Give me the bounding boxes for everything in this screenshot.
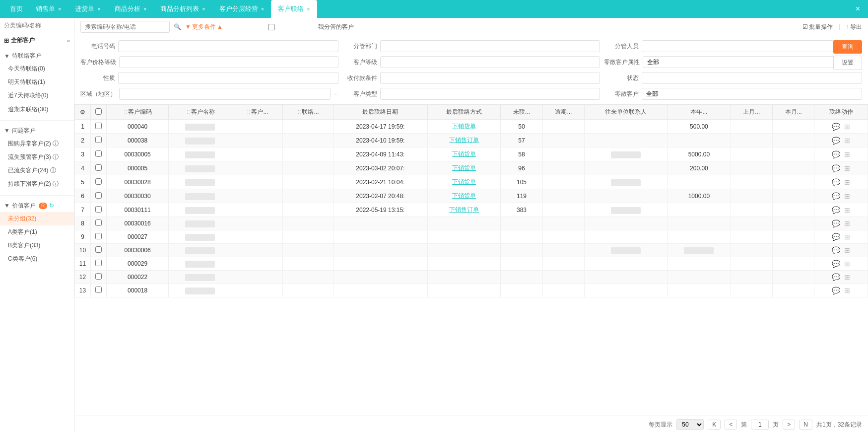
grid-action-icon[interactable]: ⊞ [844,164,850,172]
contact-method-link[interactable]: 下销货单 [452,123,476,130]
sidebar-item-b-class[interactable]: B类客户(33) [0,239,74,252]
row-checkbox[interactable] [95,123,102,129]
contact-method-link[interactable]: 下销货单 [452,150,476,157]
grid-action-icon[interactable]: ⊞ [844,192,850,200]
close-product-list-tab[interactable]: × [202,0,205,18]
grid-action-icon[interactable]: ⊞ [844,137,850,144]
close-sales-tab[interactable]: × [58,0,61,18]
filter-customer-level-select[interactable] [380,56,601,68]
chat-icon[interactable]: 💬 [832,287,840,294]
close-purchase-tab[interactable]: × [97,0,100,18]
search-input[interactable] [80,21,170,33]
sidebar-item-lost[interactable]: 已流失客户(24) ⓘ [0,164,74,177]
contact-method-link[interactable]: 下销货单 [452,178,476,185]
filter-phone-input[interactable] [118,40,338,52]
grid-action-icon[interactable]: ⊞ [844,178,850,186]
row-checkbox[interactable] [95,206,102,213]
chat-icon[interactable]: 💬 [832,206,840,214]
filter-price-level-select[interactable] [119,56,338,68]
chat-icon[interactable]: 💬 [832,137,840,144]
filter-nature-select[interactable] [118,72,338,84]
row-checkbox[interactable] [95,287,102,293]
row-checkbox[interactable] [95,273,102,280]
chat-icon[interactable]: 💬 [832,150,840,158]
grid-action-icon[interactable]: ⊞ [844,150,850,158]
tab-customer-contact[interactable]: 客户联络 × [271,0,317,18]
grid-action-icon[interactable]: ⊞ [844,260,850,268]
chat-icon[interactable]: 💬 [832,192,840,200]
tab-product-list[interactable]: 商品分析列表 × [153,0,212,18]
grid-action-icon[interactable]: ⊞ [844,233,850,241]
search-button[interactable]: 🔍 [174,23,181,30]
contact-method-link[interactable]: 下销货单 [452,164,476,171]
contact-method-link[interactable]: 下销货单 [452,192,476,199]
grid-action-icon[interactable]: ⊞ [844,273,850,281]
first-page-button[interactable]: K [708,420,721,430]
row-checkbox[interactable] [95,246,102,253]
chat-icon[interactable]: 💬 [832,178,840,186]
row-checkbox[interactable] [95,164,102,171]
query-button[interactable]: 查询 [833,40,862,54]
filter-manager-input[interactable] [642,40,854,52]
row-checkbox[interactable] [95,150,102,157]
filter-sparse-attr-select[interactable]: 全部 [643,56,862,68]
window-close-button[interactable]: × [852,4,864,13]
contact-method-link[interactable]: 下销售订单 [449,206,479,213]
prev-page-button[interactable]: < [725,420,737,430]
my-customers-checkbox[interactable] [227,24,316,30]
export-button[interactable]: ↑ 导出 [846,23,862,31]
grid-action-icon[interactable]: ⊞ [844,123,850,131]
sidebar-item-7days[interactable]: 近7天待联络(0) [0,89,74,102]
chat-icon[interactable]: 💬 [832,219,840,227]
sidebar-group-pending-title[interactable]: ▼ 待联络客户 [0,50,74,62]
tab-customer-layer[interactable]: 客户分层经营 × [212,0,271,18]
next-page-button[interactable]: > [783,420,795,430]
row-checkbox[interactable] [95,137,102,143]
chat-icon[interactable]: 💬 [832,260,840,268]
filter-sparse-select[interactable]: 全部 [642,88,862,100]
col-settings[interactable]: ⚙ [75,105,91,120]
close-customer-layer-tab[interactable]: × [261,0,264,18]
tab-product-analysis[interactable]: 商品分析 × [108,0,153,18]
chat-icon[interactable]: 💬 [832,123,840,131]
close-customer-contact-tab[interactable]: × [307,0,310,18]
tab-purchase[interactable]: 进货单 × [68,0,107,18]
sidebar-item-declining[interactable]: 持续下滑客户(2) ⓘ [0,177,74,191]
page-size-select[interactable]: 50 100 [676,419,704,430]
sidebar-item-warning[interactable]: 流失预警客户(3) ⓘ [0,150,74,164]
last-page-button[interactable]: N [799,420,812,430]
sidebar-group-problem-title[interactable]: ▼ 问题客户 [0,125,74,137]
row-checkbox[interactable] [95,260,102,266]
sidebar-all-customers[interactable]: ⊞ 全部客户 « [0,33,74,48]
tab-sales[interactable]: 销售单 × [29,0,68,18]
contact-method-link[interactable]: 下销售订单 [449,137,479,144]
grid-action-icon[interactable]: ⊞ [844,219,850,227]
filter-customer-type-input[interactable] [380,88,601,100]
chat-icon[interactable]: 💬 [832,164,840,172]
sidebar-item-unclassified[interactable]: 未分组(32) [0,212,74,225]
select-all-checkbox[interactable] [95,108,102,115]
sidebar-item-c-class[interactable]: C类客户(6) [0,252,74,266]
filter-status-select[interactable] [642,72,862,84]
filter-region-input[interactable] [119,88,331,100]
row-checkbox[interactable] [95,178,102,185]
chat-icon[interactable]: 💬 [832,246,840,254]
close-product-analysis-tab[interactable]: × [143,0,146,18]
row-checkbox[interactable] [95,192,102,199]
sidebar-collapse-icon[interactable]: « [67,38,70,44]
sidebar-search-input[interactable] [4,22,74,29]
row-checkbox[interactable] [95,233,102,239]
sidebar-item-hoarding[interactable]: 囤购异常客户(2) ⓘ [0,137,74,150]
filter-payment-select[interactable] [380,72,601,84]
sidebar-group-value-title[interactable]: ▼ 价值客户 R ↻ [0,200,74,212]
sidebar-item-a-class[interactable]: A类客户(1) [0,225,74,239]
sidebar-item-overdue[interactable]: 逾期未联络(30) [0,103,74,116]
row-checkbox[interactable] [95,219,102,226]
reset-button[interactable]: 设置 [833,56,862,70]
filter-dept-select[interactable] [380,40,601,52]
sidebar-item-today[interactable]: 今天待联络(0) [0,62,74,75]
filter-region-dots[interactable]: ··· [334,90,338,97]
batch-operation-button[interactable]: ☑ 批量操作 [802,23,833,31]
refresh-icon[interactable]: ↻ [49,202,54,209]
more-conditions-button[interactable]: ▼ 更多条件 ▲ [185,23,223,31]
